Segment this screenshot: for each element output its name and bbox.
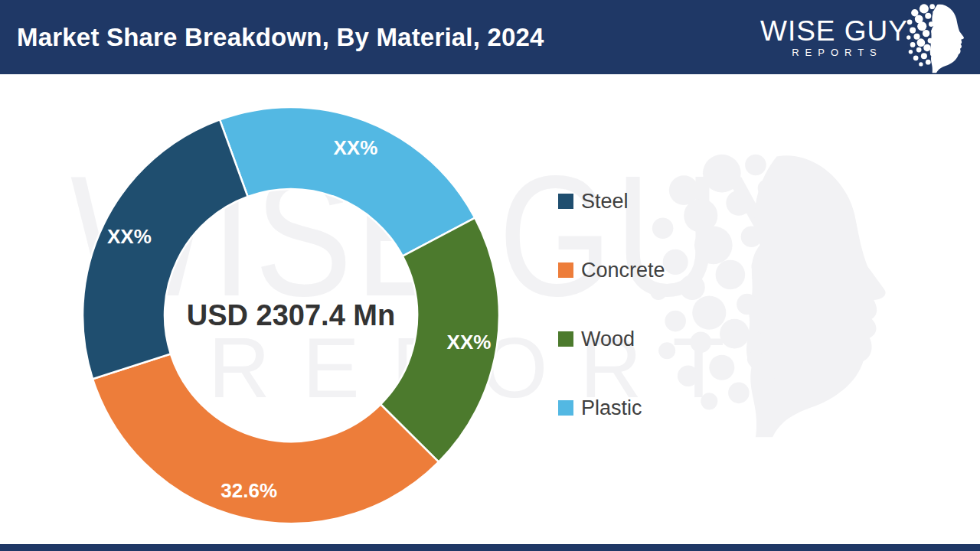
legend-item-concrete: Concrete — [558, 262, 665, 279]
legend-label-steel: Steel — [581, 191, 629, 212]
legend-item-plastic: Plastic — [558, 399, 665, 416]
watermark-face-icon — [638, 144, 907, 439]
legend-item-wood: Wood — [558, 331, 665, 347]
header-bar: Market Share Breakdown, By Material, 202… — [0, 0, 980, 74]
brand-subtitle: REPORTS — [792, 47, 883, 57]
legend-label-wood: Wood — [581, 329, 635, 350]
footer-bar — [0, 544, 980, 551]
page-title: Market Share Breakdown, By Material, 202… — [17, 23, 544, 52]
legend-swatch-wood — [558, 331, 573, 347]
report-image: Market Share Breakdown, By Material, 202… — [0, 0, 980, 551]
watermark: WISE GUY REPORTS — [0, 0, 980, 551]
legend-label-plastic: Plastic — [581, 398, 642, 419]
brand-logo: WISE GUY REPORTS — [760, 2, 969, 73]
legend-swatch-concrete — [558, 262, 573, 278]
brand-face-icon — [903, 2, 969, 73]
legend-swatch-plastic — [558, 400, 573, 416]
brand-wordmark: WISE GUY — [760, 17, 908, 45]
legend: SteelConcreteWoodPlastic — [558, 193, 665, 468]
legend-label-concrete: Concrete — [581, 260, 665, 281]
legend-item-steel: Steel — [558, 193, 665, 210]
brand-logo-text: WISE GUY REPORTS — [760, 17, 908, 57]
legend-swatch-steel — [558, 194, 573, 209]
